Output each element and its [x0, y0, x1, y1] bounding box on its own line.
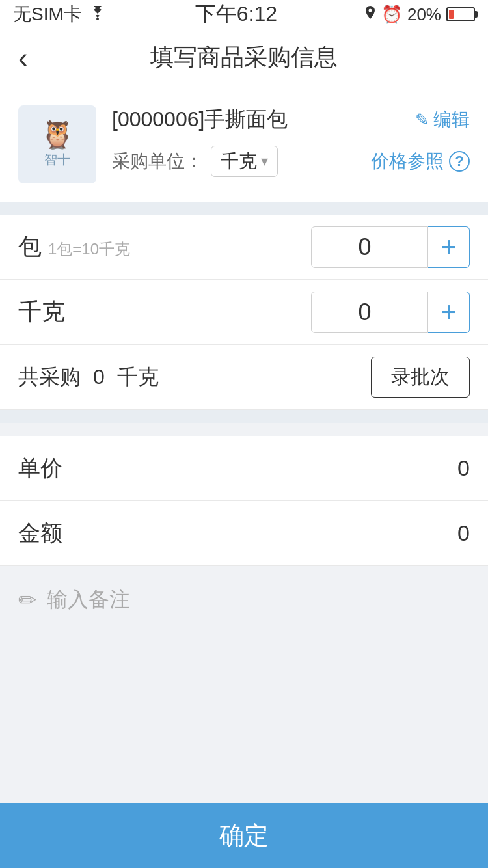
battery-icon: [446, 7, 475, 21]
edit-button[interactable]: ✎ 编辑: [415, 107, 470, 132]
product-info: [0000006]手撕面包 ✎ 编辑 采购单位： 千克 ▾ 价格参照 ?: [112, 105, 470, 177]
divider-1: [0, 202, 488, 215]
content-spacer: [0, 634, 488, 816]
product-name-row: [0000006]手撕面包 ✎ 编辑: [112, 105, 470, 134]
back-button[interactable]: ‹: [18, 42, 28, 74]
summary-label: 共采购: [18, 365, 81, 388]
edit-label: 编辑: [433, 107, 470, 132]
alarm-icon: ⏰: [381, 5, 402, 25]
divider-2: [0, 410, 488, 423]
unit-select[interactable]: 千克 ▾: [211, 146, 278, 177]
nav-bar: ‹ 填写商品采购信息: [0, 29, 488, 87]
bag-sub-label: 1包=10千克: [48, 239, 130, 260]
status-bar: 无SIM卡 下午6:12 ⏰ 20%: [0, 0, 488, 29]
product-thumbnail: 🦉 智十: [18, 105, 96, 183]
svg-point-0: [96, 18, 99, 20]
record-batch-button[interactable]: 录批次: [371, 357, 470, 398]
purchase-unit-left: 采购单位： 千克 ▾: [112, 146, 278, 177]
note-placeholder: 输入备注: [47, 586, 130, 614]
location-icon: [364, 5, 376, 25]
product-card: 🦉 智十 [0000006]手撕面包 ✎ 编辑 采购单位： 千克 ▾: [0, 87, 488, 202]
battery-percentage: 20%: [407, 5, 441, 25]
price-section: 单价 0 金额 0: [0, 436, 488, 566]
unit-label: 采购单位：: [112, 149, 203, 174]
amount-row: 金额 0: [0, 501, 488, 566]
status-right: ⏰ 20%: [364, 5, 475, 25]
bag-label: 包: [18, 231, 42, 263]
unit-price-row: 单价 0: [0, 436, 488, 501]
brand-label: 智十: [44, 151, 70, 169]
summary-value: 0: [93, 365, 105, 388]
unit-value: 千克: [221, 149, 257, 174]
confirm-button[interactable]: 确定: [0, 803, 488, 868]
quantity-row-bag: 包 1包=10千克 +: [0, 215, 488, 280]
unit-price-value: 0: [457, 455, 470, 481]
edit-icon: ✎: [415, 110, 429, 130]
carrier-text: 无SIM卡: [13, 2, 82, 27]
page-title: 填写商品采购信息: [150, 42, 338, 74]
quantity-section: 包 1包=10千克 + 千克 +: [0, 215, 488, 345]
product-name: [0000006]手撕面包: [112, 105, 288, 134]
chevron-down-icon: ▾: [261, 153, 268, 170]
bag-plus-button[interactable]: +: [428, 226, 470, 268]
quantity-row-kg: 千克 +: [0, 280, 488, 345]
status-time: 下午6:12: [195, 0, 277, 29]
status-left: 无SIM卡: [13, 2, 108, 27]
amount-label: 金额: [18, 519, 62, 549]
kg-plus-button[interactable]: +: [428, 292, 470, 333]
kg-label: 千克: [18, 296, 65, 328]
summary-unit: 千克: [117, 365, 159, 388]
pencil-icon: ✏: [18, 587, 36, 613]
summary-row: 共采购 0 千克 录批次: [0, 345, 488, 410]
summary-text: 共采购 0 千克: [18, 363, 159, 392]
unit-price-label: 单价: [18, 454, 62, 483]
bag-quantity-input[interactable]: [311, 226, 428, 268]
owl-icon: 🦉: [40, 121, 74, 148]
price-ref-button[interactable]: 价格参照 ?: [371, 149, 470, 174]
kg-quantity-input[interactable]: [311, 292, 428, 333]
amount-value: 0: [457, 521, 470, 546]
purchase-unit-row: 采购单位： 千克 ▾ 价格参照 ?: [112, 146, 470, 177]
note-section[interactable]: ✏ 输入备注: [0, 566, 488, 634]
price-ref-label: 价格参照: [371, 149, 444, 174]
price-ref-icon: ?: [449, 151, 470, 172]
wifi-icon: [87, 4, 108, 25]
